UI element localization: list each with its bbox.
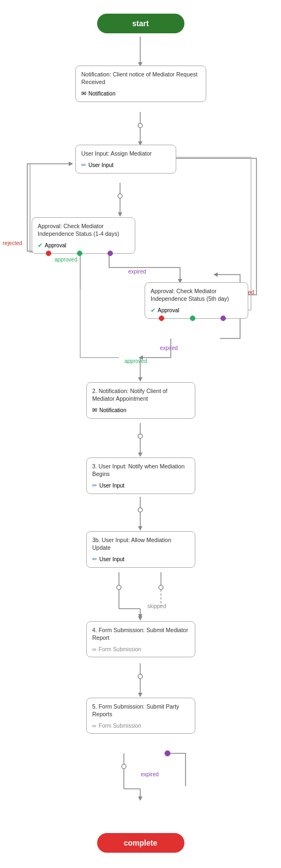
complete-label: complete bbox=[124, 839, 157, 847]
svg-point-3 bbox=[138, 123, 142, 128]
svg-point-41 bbox=[122, 764, 126, 769]
approval2-title: Approval: Check Mediator Independence St… bbox=[151, 287, 242, 302]
svg-point-7 bbox=[118, 194, 122, 198]
user-input-assign-title: User Input: Assign Mediator bbox=[81, 150, 170, 157]
svg-point-27 bbox=[117, 585, 121, 590]
start-node: start bbox=[97, 14, 184, 33]
expired3-label: expired bbox=[141, 771, 159, 777]
form-submission2-title: 5. Form Submission: Submit Party Reports bbox=[92, 703, 189, 718]
svg-marker-10 bbox=[69, 162, 73, 166]
approval2-dot-purple bbox=[220, 316, 226, 321]
notification2-box: 2. Notification: Notify Client of Mediat… bbox=[86, 382, 195, 419]
form-submission1-type-label: Form Submission bbox=[99, 646, 141, 652]
form-submission2-box: 5. Form Submission: Submit Party Reports… bbox=[86, 698, 195, 734]
approval1-icon: ✔ bbox=[38, 242, 43, 249]
svg-point-29 bbox=[159, 585, 163, 590]
user-input-assign-type-label: User Input bbox=[88, 162, 113, 168]
notification1-title: Notification: Client notice of Mediator … bbox=[81, 70, 200, 86]
svg-marker-21 bbox=[138, 453, 142, 457]
form-submission1-icon: ∞ bbox=[92, 646, 97, 652]
user-input3-icon: ✏ bbox=[92, 556, 97, 563]
user-input3-title: 3b. User Input: Allow Mediation Update bbox=[92, 536, 189, 551]
approval1-box: Approval: Check Mediator Independence St… bbox=[32, 217, 135, 254]
notification2-type: ✉ Notification bbox=[92, 407, 189, 414]
user-input-assign-icon: ✏ bbox=[81, 162, 86, 169]
approval2-type-label: Approval bbox=[158, 307, 179, 313]
approval1-type-label: Approval bbox=[45, 242, 66, 248]
user-input2-title: 3. User Input: Notify when Mediation Beg… bbox=[92, 462, 189, 478]
form-submission2-icon: ∞ bbox=[92, 722, 97, 729]
user-input-assign-type: ✏ User Input bbox=[81, 162, 170, 169]
approval2-dot-green bbox=[190, 316, 195, 321]
approval1-dot-purple bbox=[107, 251, 113, 256]
user-input3-type: ✏ User Input bbox=[92, 556, 189, 563]
complete-node: complete bbox=[97, 833, 184, 853]
svg-marker-46 bbox=[138, 796, 142, 801]
approval2-box: Approval: Check Mediator Independence St… bbox=[145, 282, 248, 319]
svg-point-37 bbox=[138, 674, 142, 679]
form-submission2-type: ∞ Form Submission bbox=[92, 722, 189, 729]
start-label: start bbox=[132, 19, 148, 28]
notification2-type-label: Notification bbox=[99, 407, 126, 413]
svg-marker-31 bbox=[138, 614, 142, 619]
svg-marker-14 bbox=[213, 272, 218, 277]
form-submission1-type: ∞ Form Submission bbox=[92, 646, 189, 652]
connector-lines bbox=[0, 0, 281, 868]
approval2-dot-red bbox=[159, 316, 164, 321]
notification1-type: ✉ Notification bbox=[81, 90, 200, 97]
svg-marker-25 bbox=[138, 526, 142, 531]
form-submission1-box: 4. Form Submission: Submit Mediator Repo… bbox=[86, 621, 195, 657]
approval1-dot-green bbox=[77, 251, 82, 256]
user-input3-type-label: User Input bbox=[99, 556, 124, 562]
user-input2-box: 3. User Input: Notify when Mediation Beg… bbox=[86, 457, 195, 494]
svg-point-42 bbox=[165, 751, 170, 756]
user-input2-type: ✏ User Input bbox=[92, 482, 189, 489]
approved2-label: approved bbox=[124, 358, 147, 364]
rejected1-label: rejected bbox=[3, 240, 22, 246]
skipped-label: skipped bbox=[147, 603, 166, 609]
form-submission2-type-label: Form Submission bbox=[99, 723, 141, 729]
svg-marker-39 bbox=[138, 693, 142, 697]
user-input-assign-box: User Input: Assign Mediator ✏ User Input bbox=[75, 145, 176, 174]
user-input3-box: 3b. User Input: Allow Mediation Update ✏… bbox=[86, 531, 195, 568]
notification2-title: 2. Notification: Notify Client of Mediat… bbox=[92, 387, 189, 402]
notification1-icon: ✉ bbox=[81, 90, 86, 97]
user-input2-type-label: User Input bbox=[99, 483, 124, 489]
notification1-box: Notification: Client notice of Mediator … bbox=[75, 66, 206, 102]
user-input2-icon: ✏ bbox=[92, 482, 97, 489]
approval2-icon: ✔ bbox=[151, 307, 156, 314]
svg-marker-9 bbox=[118, 212, 122, 217]
svg-point-23 bbox=[138, 508, 142, 512]
expired1-label: expired bbox=[128, 269, 146, 275]
expired2-label: expired bbox=[160, 345, 178, 351]
notification2-icon: ✉ bbox=[92, 407, 97, 414]
svg-point-19 bbox=[138, 434, 142, 438]
svg-marker-35 bbox=[138, 616, 142, 621]
form-submission1-title: 4. Form Submission: Submit Mediator Repo… bbox=[92, 626, 189, 641]
approval1-dot-red bbox=[46, 251, 51, 256]
approval1-title: Approval: Check Mediator Independence St… bbox=[38, 222, 129, 237]
approval2-type: ✔ Approval bbox=[151, 307, 242, 314]
workflow-diagram: start Notification: Client notice of Med… bbox=[0, 0, 281, 868]
notification1-type-label: Notification bbox=[88, 91, 115, 97]
svg-marker-17 bbox=[138, 377, 142, 382]
approval1-type: ✔ Approval bbox=[38, 242, 129, 249]
approved1-label: approved bbox=[55, 257, 77, 263]
